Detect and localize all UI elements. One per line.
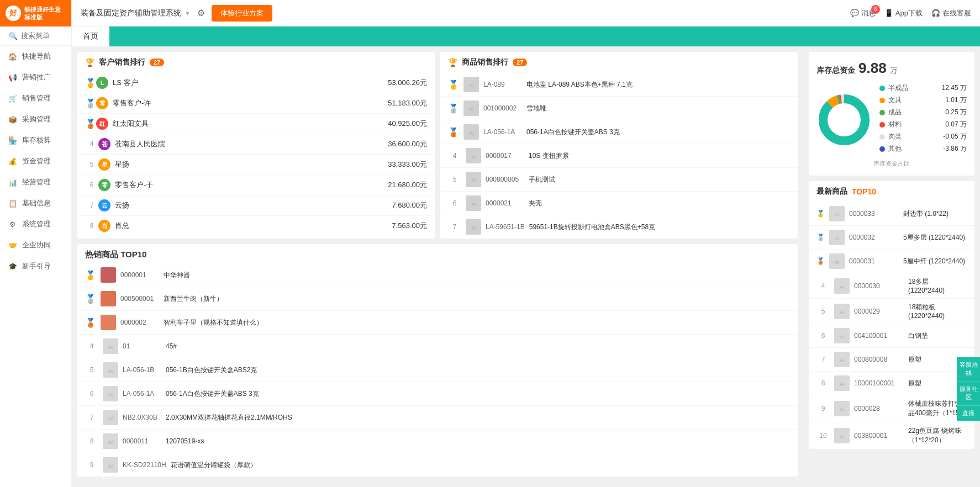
cs-btn[interactable]: 服务社区: [957, 382, 980, 406]
product-code: 003800001: [854, 432, 904, 440]
tab-home[interactable]: 首页: [72, 27, 109, 46]
svg-text:Ai: Ai: [840, 382, 844, 387]
inventory-sub-label: 库存资金占比: [816, 160, 967, 168]
list-item: 🥇 Ai 0000033 封边带 (1.0*22): [809, 202, 974, 226]
table-row: 🥈 Ai 001000002 雪地靴: [440, 97, 798, 120]
legend-item: 成品 0.25 万: [879, 108, 967, 117]
rank-badge: 红: [96, 118, 108, 130]
sidebar-item-8[interactable]: ⚙系统管理: [0, 214, 71, 235]
product-code: 000800008: [854, 356, 904, 363]
product-name: 中华神器: [164, 271, 790, 280]
rank-medal: 🥇: [816, 210, 825, 218]
product-name: 5厘中纤 (1220*2440): [903, 257, 967, 266]
search-menu[interactable]: 🔍 搜索菜单: [0, 27, 71, 46]
table-row: 4 苍 苍南县人民医院 36,600.00元: [77, 134, 435, 155]
svg-text:Ai: Ai: [840, 284, 844, 290]
nav-tabs: 首页: [72, 27, 980, 46]
sidebar-icon-8: ⚙: [8, 220, 18, 229]
product-name: 5厘多层 (1220*2440): [903, 233, 967, 242]
svg-text:Ai: Ai: [840, 407, 844, 412]
rank-medal: 🥈: [816, 234, 825, 241]
sidebar-icon-9: 🤝: [8, 241, 18, 250]
sidebar-item-10[interactable]: 🎓新手引导: [0, 256, 71, 277]
product-placeholder: Ai: [103, 386, 118, 401]
rank-num: 5: [85, 161, 98, 168]
product-code: 0000011: [123, 437, 161, 445]
customer-amount: 36,600.00元: [388, 139, 427, 149]
sidebar-icon-2: 🛒: [8, 94, 18, 103]
customer-amount: 40,925.00元: [388, 119, 427, 129]
customer-name: 云扬: [115, 200, 392, 210]
dropdown-arrow[interactable]: ▼: [185, 10, 191, 17]
sidebar-item-4[interactable]: 🏪库存核算: [0, 130, 71, 151]
product-name: 18颗粒板 (1220*2440): [908, 303, 967, 320]
customer-amount: 33,333.00元: [388, 160, 427, 170]
product-img: Ai: [466, 219, 481, 235]
svg-text:Ai: Ai: [835, 212, 839, 218]
product-img: Ai: [466, 148, 481, 163]
list-item: 8 Ai 0000011 12070519-xs: [77, 430, 798, 453]
sidebar-item-3[interactable]: 📦采购管理: [0, 109, 71, 130]
legend-dot: [879, 134, 885, 140]
product-placeholder: Ai: [834, 352, 850, 367]
product-name: 45#: [166, 342, 790, 350]
product-placeholder: Ai: [103, 338, 118, 354]
product-thumbnail: [101, 315, 116, 330]
settings-icon[interactable]: ⚙: [197, 8, 205, 18]
sidebar-item-9[interactable]: 🤝企业协同: [0, 235, 71, 256]
rank-num: 6: [816, 332, 830, 340]
sidebar-item-2[interactable]: 🛒销售管理: [0, 88, 71, 109]
table-row: 🥉 Ai LA-056-1A 056-1A白色按键开关盖ABS 3克: [440, 120, 798, 144]
rank-num: 5: [448, 176, 461, 183]
table-row: 6 Ai 0000021 夹壳: [440, 192, 798, 215]
product-code: LA-056-1B: [123, 366, 161, 374]
product-code: 01: [123, 342, 161, 350]
product-name: 10S 变扭罗紧: [529, 151, 790, 161]
logo-text: 畅捷通好生意 标准版: [24, 6, 61, 22]
legend-value: -0.05 万: [943, 132, 967, 141]
cs-btn[interactable]: 客服热线: [957, 357, 980, 382]
legend-item: 肉类 -0.05 万: [879, 132, 967, 141]
svg-text:Ai: Ai: [469, 107, 473, 112]
rank-medal: 🥉: [448, 127, 459, 137]
trial-button[interactable]: 体验行业方案: [212, 5, 272, 22]
list-item: 8 Ai 10000100001 原塑: [809, 372, 974, 395]
rank-num: 6: [85, 390, 98, 398]
sidebar-item-6[interactable]: 📊经营管理: [0, 172, 71, 193]
product-code: NB2.0X30B: [123, 414, 161, 421]
online-service-btn[interactable]: 🎧 在线客服: [931, 8, 971, 18]
inventory-panel: 库存总资金 9.88 万: [809, 52, 974, 176]
customer-amount: 51,183.00元: [388, 98, 427, 108]
sidebar-item-7[interactable]: 📋基础信息: [0, 193, 71, 214]
product-code: LA-056-1A: [483, 128, 522, 136]
rank-num: 6: [85, 181, 98, 189]
sidebar-item-5[interactable]: 💰资金管理: [0, 151, 71, 172]
message-badge: 6: [871, 5, 880, 14]
svg-text:Ai: Ai: [835, 260, 839, 265]
app-download-btn[interactable]: 📱 App下载: [884, 8, 923, 18]
svg-text:Ai: Ai: [840, 358, 844, 363]
system-name: 装备及固定资产辅助管理系统 ▼: [81, 8, 191, 18]
list-item: 🥉 0000002 智利车子里（规格不知道填什么）: [77, 311, 798, 335]
cs-btn[interactable]: 直播: [957, 406, 980, 421]
rank-num: 9: [816, 405, 830, 412]
rank-num: 5: [85, 366, 98, 374]
phone-icon: 📱: [884, 9, 893, 17]
customer-name: LS 客户: [113, 78, 388, 88]
product-name: 花语萌值温分罐罐袋（厚款）: [171, 460, 790, 470]
product-code: LA-59651-1B: [486, 223, 525, 231]
legend-name: 半成品: [888, 83, 939, 93]
sidebar-icon-5: 💰: [8, 157, 18, 166]
list-item: 🥉 Ai 0000031 5厘中纤 (1220*2440): [809, 250, 974, 273]
table-row: 🥇 Ai LA-089 电池盖 LA-089 ABS本色+黑种 7.1克: [440, 73, 798, 97]
rank-medal: 🥇: [448, 80, 459, 90]
sidebar-item-1[interactable]: 📢营销推广: [0, 67, 71, 88]
product-img: Ai: [466, 172, 481, 187]
product-ranking-list: 🥇 Ai LA-089 电池盖 LA-089 ABS本色+黑种 7.1克 🥈 A…: [440, 73, 798, 239]
legend-value: -3.86 万: [943, 144, 967, 153]
message-btn[interactable]: 💬 消息 6: [850, 8, 876, 18]
customer-amount: 7,563.00元: [392, 221, 427, 231]
customer-name: 苍南县人民医院: [115, 139, 388, 149]
sidebar-item-0[interactable]: 🏠快捷导航: [0, 46, 71, 67]
rank-badge: 零: [98, 179, 110, 191]
